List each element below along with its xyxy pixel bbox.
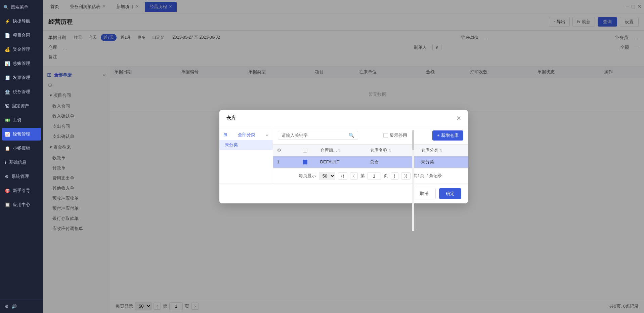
- content-toolbar: 🔍 显示停用 + 新增仓库: [273, 127, 468, 144]
- sidebar-search[interactable]: 🔍 搜索菜单: [0, 0, 43, 14]
- dialog-close-icon[interactable]: ✕: [456, 115, 461, 122]
- add-label: 新增仓库: [441, 132, 459, 139]
- row-checkbox-el[interactable]: [303, 160, 307, 164]
- sidebar-item-label: 系统管理: [11, 173, 29, 180]
- sidebar-item-label: 应用中心: [13, 202, 30, 208]
- system-icon: ⚙: [5, 174, 9, 179]
- col-name[interactable]: 仓库名称 ⇅: [366, 144, 417, 156]
- sidebar-item-label: 税务管理: [13, 89, 30, 95]
- dialog-footer: 取消 确定: [219, 184, 468, 203]
- dialog-pagination: 每页显示 50 ⟨⟨ ⟨ 第 页 ⟩ ⟩⟩ 共1页, 1条记录: [273, 168, 468, 184]
- search-box: 🔍: [278, 131, 358, 140]
- next-page-btn-dialog[interactable]: ⟩: [391, 172, 398, 180]
- add-icon: +: [437, 133, 440, 138]
- search-input[interactable]: [278, 131, 345, 140]
- dialog-page-input[interactable]: [368, 172, 381, 180]
- col-category-header[interactable]: 仓库分类 ⇅: [417, 144, 468, 156]
- collapse-panel-icon[interactable]: «: [266, 132, 269, 138]
- salary-icon: 💵: [5, 118, 10, 123]
- xiaochang-icon: 📋: [5, 146, 10, 151]
- sidebar-item-app-center[interactable]: 🔲 应用中心: [0, 198, 43, 212]
- sidebar-item-fixed-assets[interactable]: 🏗 固定资产: [0, 99, 43, 113]
- sidebar-item-label: 基础信息: [9, 159, 27, 165]
- grid2-icon: ⊞: [223, 132, 227, 137]
- sidebar-item-quick-nav[interactable]: ⚡ 快捷导航: [0, 14, 43, 28]
- main-area: 首页 业务利润预估表 ✕ 新增项目 ✕ 经营历程 ✕ ─ □ ✕ 经营历程 ↑ …: [43, 0, 644, 313]
- dialog-body: ⊞ 全部分类 « 未分类: [219, 127, 468, 184]
- sidebar-item-label: 发票管理: [13, 75, 30, 81]
- invoice-icon: 🧾: [5, 75, 10, 80]
- sidebar-item-label: 小畅报销: [13, 145, 30, 151]
- search-button[interactable]: 🔍: [345, 131, 358, 140]
- show-disabled-toggle[interactable]: 显示停用: [383, 132, 407, 139]
- sidebar-item-label: 项目合同: [13, 32, 30, 38]
- per-page-label: 每页显示: [299, 173, 316, 179]
- sidebar-item-xiaochang[interactable]: 📋 小畅报销: [0, 141, 43, 155]
- tax-icon: 🏦: [5, 89, 10, 94]
- sidebar-item-guide[interactable]: 🎯 新手引导: [0, 184, 43, 198]
- last-page-btn[interactable]: ⟩⟩: [401, 172, 411, 180]
- col-code-label: 仓库编...: [320, 148, 337, 153]
- sidebar-item-label: 固定资产: [12, 103, 29, 109]
- cancel-button[interactable]: 取消: [413, 188, 436, 199]
- content-panel: 🔍 显示停用 + 新增仓库: [273, 127, 468, 184]
- col-code[interactable]: 仓库编... ⇅: [316, 144, 366, 156]
- row-checkbox[interactable]: [294, 156, 316, 168]
- category-all[interactable]: ⊞ 全部分类 «: [219, 130, 273, 140]
- dialog-table-wrap: ⚙ 仓库编... ⇅ 仓库名称: [273, 144, 468, 168]
- show-disabled-label: 显示停用: [390, 132, 407, 139]
- sidebar-item-tax[interactable]: 🏦 税务管理: [0, 85, 43, 99]
- col-checkbox: [294, 144, 316, 156]
- sidebar-search-label: 搜索菜单: [11, 4, 28, 10]
- ledger-icon: 📊: [5, 61, 10, 66]
- page-unit-dialog: 页: [384, 173, 388, 179]
- category-item-uncategorized[interactable]: 未分类: [219, 140, 273, 150]
- page-label-dialog: 第: [360, 173, 365, 179]
- row-name: 总仓: [366, 156, 417, 168]
- select-all-checkbox[interactable]: [303, 148, 307, 153]
- row-category: 未分类: [417, 156, 468, 168]
- sidebar-item-label: 工资: [13, 117, 22, 123]
- prev-page-btn-dialog[interactable]: ⟨: [350, 172, 358, 180]
- sidebar-item-project-contract[interactable]: 📄 项目合同: [0, 28, 43, 42]
- add-warehouse-button[interactable]: + 新增仓库: [432, 130, 463, 141]
- modal-overlay: 仓库 ✕ ⊞ 全部分类 « 未分类: [43, 0, 644, 313]
- show-disabled-checkbox[interactable]: [383, 133, 388, 138]
- settings-icon[interactable]: ⚙: [5, 304, 9, 309]
- app-center-icon: 🔲: [5, 202, 10, 207]
- sort-icon-2[interactable]: ⇅: [388, 149, 391, 152]
- sidebar-item-salary[interactable]: 💵 工资: [0, 113, 43, 127]
- col-category-label: 仓库分类: [421, 148, 438, 153]
- sidebar-item-basic-info[interactable]: ℹ 基础信息: [0, 155, 43, 169]
- warehouse-dialog: 仓库 ✕ ⊞ 全部分类 « 未分类: [219, 110, 468, 203]
- table-row[interactable]: 1 DEFAULT 总仓 未分类: [273, 156, 468, 168]
- sidebar-item-invoice[interactable]: 🧾 发票管理: [0, 71, 43, 85]
- dialog-title: 仓库: [226, 115, 236, 121]
- sidebar-item-label: 快捷导航: [13, 18, 30, 24]
- col-name-label: 仓库名称: [370, 148, 387, 153]
- dialog-table: ⚙ 仓库编... ⇅ 仓库名称: [273, 144, 468, 168]
- sort-icon[interactable]: ⇅: [338, 149, 341, 152]
- fixed-assets-icon: 🏗: [5, 104, 9, 109]
- sidebar: 🔍 搜索菜单 ⚡ 快捷导航 📄 项目合同 💰 资金管理 📊 总账管理 🧾 发票管…: [0, 0, 43, 313]
- sidebar-item-operations[interactable]: 📈 经营管理: [2, 128, 41, 141]
- sidebar-bottom: ⚙ 🔊: [0, 300, 43, 313]
- operations-icon: 📈: [5, 132, 10, 137]
- first-page-btn[interactable]: ⟨⟨: [338, 172, 347, 180]
- basic-info-icon: ℹ: [5, 160, 6, 165]
- audio-icon[interactable]: 🔊: [11, 304, 17, 309]
- dialog-per-page-select[interactable]: 50: [319, 172, 335, 180]
- fund-icon: 💰: [5, 47, 10, 52]
- confirm-button[interactable]: 确定: [439, 188, 461, 199]
- project-contract-icon: 📄: [5, 33, 10, 38]
- col-settings[interactable]: ⚙: [273, 144, 294, 156]
- sidebar-item-label: 经营管理: [13, 131, 30, 137]
- sidebar-item-system[interactable]: ⚙ 系统管理: [0, 169, 43, 184]
- category-panel: ⊞ 全部分类 « 未分类: [219, 127, 273, 184]
- sidebar-item-ledger[interactable]: 📊 总账管理: [0, 56, 43, 71]
- sidebar-item-fund[interactable]: 💰 资金管理: [0, 42, 43, 56]
- sidebar-item-label: 总账管理: [13, 61, 30, 67]
- row-code: DEFAULT: [316, 156, 366, 168]
- sort-icon-3[interactable]: ⇅: [439, 149, 442, 152]
- row-num: 1: [273, 156, 294, 168]
